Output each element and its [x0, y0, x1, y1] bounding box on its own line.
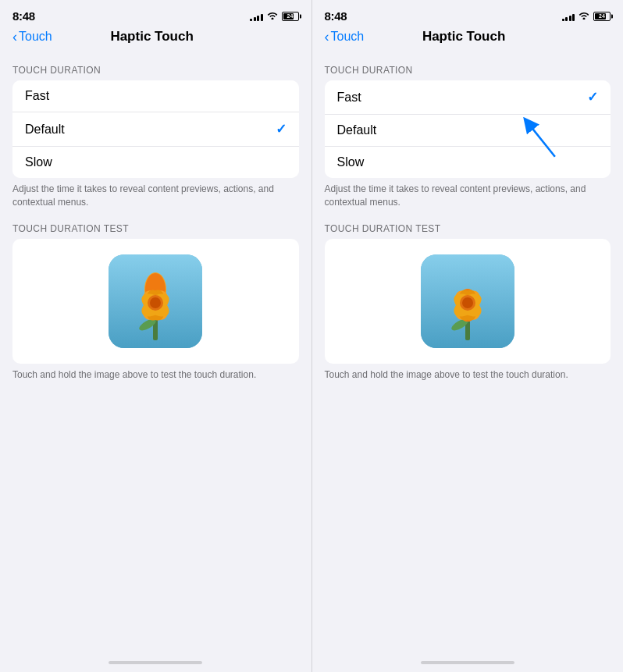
- touch-duration-label-right: TOUCH DURATION: [312, 65, 624, 80]
- slow-label-left: Slow: [25, 155, 52, 169]
- list-item-fast-left[interactable]: Fast: [12, 80, 299, 112]
- checkmark-fast-right: ✓: [587, 89, 598, 105]
- left-phone-panel: 8:48 24 ‹ Touch Haptic Touch TOUCH DU: [0, 0, 312, 672]
- page-title-right: Haptic Touch: [364, 29, 564, 44]
- svg-point-13: [150, 297, 161, 308]
- fast-label-right: Fast: [337, 91, 361, 105]
- status-icons-right: 24: [562, 11, 611, 22]
- test-card-left[interactable]: [12, 239, 299, 364]
- home-indicator-left: [109, 661, 202, 664]
- touch-duration-footer-left: Adjust the time it takes to reveal conte…: [0, 178, 312, 223]
- back-button-left[interactable]: ‹ Touch: [12, 30, 52, 44]
- status-time-right: 8:48: [325, 9, 347, 23]
- page-title-left: Haptic Touch: [52, 29, 252, 44]
- nav-bar-left: ‹ Touch Haptic Touch: [0, 26, 312, 52]
- list-item-default-left[interactable]: Default ✓: [12, 112, 299, 147]
- battery-icon-left: 24: [282, 12, 299, 21]
- home-indicator-right: [421, 661, 514, 664]
- signal-icon-left: [250, 12, 263, 21]
- slow-label-right: Slow: [337, 155, 365, 169]
- chevron-left-icon-left: ‹: [12, 30, 17, 44]
- list-item-fast-right[interactable]: Fast ✓: [325, 80, 611, 115]
- wifi-icon-right: [578, 11, 589, 22]
- touch-duration-list-left: Fast Default ✓ Slow: [12, 80, 299, 178]
- default-label-left: Default: [25, 123, 65, 137]
- flower-image-right: [421, 254, 514, 348]
- nav-bar-right: ‹ Touch Haptic Touch: [312, 26, 624, 52]
- battery-icon-right: 24: [593, 12, 611, 21]
- status-time-left: 8:48: [12, 9, 35, 23]
- checkmark-default-left: ✓: [276, 121, 287, 137]
- content-left: TOUCH DURATION Fast Default ✓ Slow Adjus…: [0, 52, 312, 661]
- test-section-label-left: TOUCH DURATION TEST: [0, 223, 312, 239]
- back-label-right: Touch: [331, 30, 365, 44]
- fast-label-left: Fast: [25, 89, 49, 103]
- test-footer-right: Touch and hold the image above to test t…: [312, 364, 624, 396]
- chevron-left-icon-right: ‹: [325, 30, 329, 44]
- flower-image-left: [109, 254, 202, 348]
- status-bar-right: 8:48 24: [312, 0, 624, 26]
- status-bar-left: 8:48 24: [0, 0, 312, 26]
- right-phone-panel: 8:48 24 ‹ Touch Haptic Touch TOUCH DU: [312, 0, 624, 672]
- content-right: TOUCH DURATION Fast ✓ Default Slow Adjus…: [312, 52, 624, 661]
- back-button-right[interactable]: ‹ Touch: [325, 30, 365, 44]
- touch-duration-footer-right: Adjust the time it takes to reveal conte…: [312, 178, 624, 223]
- test-card-right[interactable]: [325, 239, 611, 364]
- list-item-default-right[interactable]: Default: [325, 115, 611, 147]
- status-icons-left: 24: [250, 11, 299, 22]
- svg-point-27: [462, 297, 473, 308]
- back-label-left: Touch: [19, 30, 52, 44]
- touch-duration-list-right: Fast ✓ Default Slow: [325, 80, 611, 178]
- touch-duration-label-left: TOUCH DURATION: [0, 65, 312, 80]
- signal-icon-right: [562, 12, 575, 21]
- list-item-slow-right[interactable]: Slow: [325, 147, 611, 178]
- wifi-icon-left: [267, 11, 278, 22]
- list-item-slow-left[interactable]: Slow: [12, 147, 299, 178]
- default-label-right: Default: [337, 123, 377, 137]
- test-section-label-right: TOUCH DURATION TEST: [312, 223, 624, 239]
- test-footer-left: Touch and hold the image above to test t…: [0, 364, 312, 396]
